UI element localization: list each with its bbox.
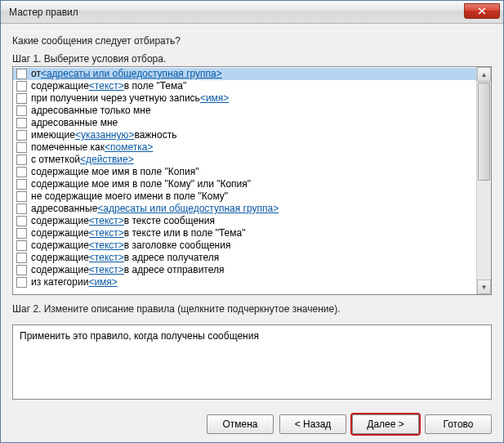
condition-row[interactable]: помеченные как <пометка> bbox=[13, 141, 476, 154]
back-button[interactable]: < Назад bbox=[279, 414, 346, 434]
condition-checkbox[interactable] bbox=[16, 277, 27, 288]
condition-text: содержащие bbox=[31, 227, 89, 239]
condition-row[interactable]: содержащие <текст> в тексте или в поле "… bbox=[13, 227, 476, 239]
condition-text: адресованные bbox=[31, 203, 97, 215]
scroll-track[interactable] bbox=[477, 82, 491, 280]
condition-text-post: в заголовке сообщения bbox=[124, 239, 231, 252]
condition-checkbox[interactable] bbox=[16, 253, 27, 263]
scroll-down-button[interactable]: ▼ bbox=[477, 280, 491, 294]
condition-link[interactable]: <имя> bbox=[88, 276, 117, 289]
scroll-thumb[interactable] bbox=[478, 83, 490, 181]
prompt-text: Какие сообщения следует отбирать? bbox=[12, 35, 492, 47]
condition-text-post: важность bbox=[134, 129, 176, 141]
condition-checkbox[interactable] bbox=[16, 191, 27, 202]
condition-text: содержащие bbox=[31, 239, 89, 252]
condition-checkbox[interactable] bbox=[16, 167, 27, 177]
condition-row[interactable]: содержащие <текст> в тексте сообщения bbox=[13, 215, 476, 227]
condition-text-post: в тексте сообщения bbox=[124, 215, 215, 227]
step1-label: Шаг 1. Выберите условия отбора. bbox=[12, 53, 492, 65]
condition-link[interactable]: <адресаты или общедоступная группа> bbox=[97, 203, 279, 215]
condition-row[interactable]: из категории <имя> bbox=[13, 276, 476, 289]
condition-row[interactable]: от <адресаты или общедоступная группа> bbox=[13, 68, 476, 80]
condition-row[interactable]: содержащие <текст> в адресе отправителя bbox=[13, 264, 476, 276]
condition-text-post: в поле "Тема" bbox=[124, 80, 186, 92]
condition-checkbox[interactable] bbox=[16, 204, 27, 214]
button-row: Отмена < Назад Далее > Готово bbox=[12, 406, 492, 434]
cancel-button[interactable]: Отмена bbox=[207, 414, 274, 434]
condition-link[interactable]: <текст> bbox=[89, 239, 124, 252]
condition-text: содержащие bbox=[31, 252, 89, 264]
condition-row[interactable]: содержащие мое имя в поле "Кому" или "Ко… bbox=[13, 178, 476, 190]
condition-row[interactable]: адресованные только мне bbox=[13, 105, 476, 117]
condition-link[interactable]: <текст> bbox=[89, 252, 124, 264]
condition-text-post: в адресе отправителя bbox=[124, 264, 225, 276]
condition-checkbox[interactable] bbox=[16, 118, 27, 128]
condition-row[interactable]: содержащие <текст> в заголовке сообщения bbox=[13, 239, 476, 252]
condition-text: адресованные мне bbox=[31, 117, 118, 129]
condition-text: содержащие bbox=[31, 215, 89, 227]
dialog-body: Какие сообщения следует отбирать? Шаг 1.… bbox=[1, 24, 503, 442]
condition-checkbox[interactable] bbox=[16, 93, 27, 104]
condition-row[interactable]: адресованные мне bbox=[13, 117, 476, 129]
condition-link[interactable]: <указанную> bbox=[75, 129, 135, 141]
condition-row[interactable]: с отметкой <действие> bbox=[13, 154, 476, 166]
condition-row[interactable]: адресованные <адресаты или общедоступная… bbox=[13, 203, 476, 215]
description-panel: Применить это правило, когда получены со… bbox=[12, 324, 492, 400]
condition-link[interactable]: <пометка> bbox=[105, 141, 153, 154]
condition-text: с отметкой bbox=[31, 154, 80, 166]
condition-link[interactable]: <текст> bbox=[89, 227, 124, 239]
condition-checkbox[interactable] bbox=[16, 228, 27, 239]
condition-checkbox[interactable] bbox=[16, 265, 27, 275]
close-icon bbox=[478, 7, 486, 15]
finish-button[interactable]: Готово bbox=[425, 414, 492, 434]
condition-text: имеющие bbox=[31, 129, 75, 141]
conditions-panel: от <адресаты или общедоступная группа>со… bbox=[12, 66, 492, 295]
next-button[interactable]: Далее > bbox=[352, 414, 419, 434]
condition-text: от bbox=[31, 68, 41, 80]
condition-link[interactable]: <текст> bbox=[89, 264, 124, 276]
condition-text: содержащие мое имя в поле "Кому" или "Ко… bbox=[31, 178, 251, 190]
scrollbar[interactable]: ▲ ▼ bbox=[476, 67, 491, 294]
condition-row[interactable]: при получении через учетную запись <имя> bbox=[13, 92, 476, 105]
condition-text: не содержащие моего имени в поле "Кому" bbox=[31, 190, 228, 203]
condition-text: при получении через учетную запись bbox=[31, 92, 200, 105]
description-text: Применить это правило, когда получены со… bbox=[20, 330, 259, 342]
condition-link[interactable]: <текст> bbox=[89, 80, 124, 92]
conditions-list: от <адресаты или общедоступная группа>со… bbox=[13, 67, 476, 294]
condition-row[interactable]: содержащие <текст> в поле "Тема" bbox=[13, 80, 476, 92]
condition-row[interactable]: содержащие <текст> в адресе получателя bbox=[13, 252, 476, 264]
window-title: Мастер правил bbox=[9, 7, 464, 18]
condition-text-post: в адресе получателя bbox=[124, 252, 219, 264]
condition-row[interactable]: содержащие мое имя в поле "Копия" bbox=[13, 166, 476, 178]
condition-checkbox[interactable] bbox=[16, 142, 27, 153]
condition-link[interactable]: <текст> bbox=[89, 215, 124, 227]
condition-checkbox[interactable] bbox=[16, 105, 27, 116]
condition-text: содержащие мое имя в поле "Копия" bbox=[31, 166, 198, 178]
condition-checkbox[interactable] bbox=[16, 179, 27, 190]
condition-row[interactable]: имеющие <указанную> важность bbox=[13, 129, 476, 141]
titlebar: Мастер правил bbox=[1, 1, 503, 24]
scroll-up-button[interactable]: ▲ bbox=[477, 67, 491, 82]
condition-text: адресованные только мне bbox=[31, 105, 151, 117]
condition-text-post: в тексте или в поле "Тема" bbox=[124, 227, 246, 239]
condition-text: содержащие bbox=[31, 264, 89, 276]
condition-link[interactable]: <адресаты или общедоступная группа> bbox=[41, 68, 222, 80]
condition-checkbox[interactable] bbox=[16, 216, 27, 226]
condition-checkbox[interactable] bbox=[16, 69, 27, 79]
condition-checkbox[interactable] bbox=[16, 240, 27, 251]
close-button[interactable] bbox=[464, 3, 500, 19]
condition-link[interactable]: <имя> bbox=[200, 92, 229, 105]
condition-link[interactable]: <действие> bbox=[80, 154, 134, 166]
step2-label: Шаг 2. Измените описание правила (щелкни… bbox=[12, 303, 492, 315]
condition-checkbox[interactable] bbox=[16, 81, 27, 92]
rules-wizard-window: Мастер правил Какие сообщения следует от… bbox=[0, 0, 504, 443]
condition-text: из категории bbox=[31, 276, 88, 289]
condition-checkbox[interactable] bbox=[16, 154, 27, 165]
condition-row[interactable]: не содержащие моего имени в поле "Кому" bbox=[13, 190, 476, 203]
condition-checkbox[interactable] bbox=[16, 130, 27, 141]
condition-text: помеченные как bbox=[31, 141, 105, 154]
condition-text: содержащие bbox=[31, 80, 89, 92]
